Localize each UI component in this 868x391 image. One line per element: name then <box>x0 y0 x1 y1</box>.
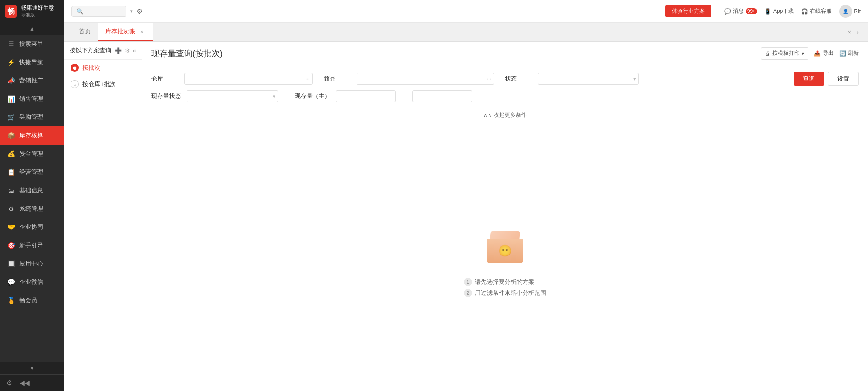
export-label: 导出 <box>823 49 834 57</box>
sidebar-item-member-label: 畅会员 <box>19 296 37 304</box>
collapse-panel-btn[interactable]: « <box>133 47 136 54</box>
tab-home[interactable]: 首页 <box>71 23 98 41</box>
tab-bar-close-btn[interactable]: × <box>844 28 855 36</box>
user-area[interactable]: 👤 Rit <box>839 5 861 18</box>
empty-box-wrap: 😶 <box>487 231 523 263</box>
tab-bar: 首页 库存批次账 × × › <box>64 23 868 42</box>
wechat-icon: 💬 <box>6 278 16 286</box>
sidebar-item-sales[interactable]: 📊 销售管理 <box>0 90 64 108</box>
guide-icon: 🎯 <box>6 242 16 249</box>
product-more-btn[interactable]: ··· <box>487 76 491 82</box>
collab-icon: 🤝 <box>6 223 16 231</box>
hint-1-num: 1 <box>464 278 472 286</box>
settings-btn[interactable]: 设置 <box>828 72 859 86</box>
app-download-btn[interactable]: 📱 App下载 <box>764 7 794 15</box>
hint-2-num: 2 <box>464 289 472 297</box>
warehouse-input[interactable] <box>184 73 313 85</box>
sidebar-item-ops-label: 经营管理 <box>19 168 43 176</box>
stock-qty-divider: — <box>401 93 407 100</box>
status-filter-label: 状态 <box>505 75 533 83</box>
sidebar-item-guide[interactable]: 🎯 新手引导 <box>0 236 64 255</box>
sales-icon: 📊 <box>6 95 16 103</box>
stock-qty-label: 现存量（主） <box>295 92 330 100</box>
topbar-gear-icon[interactable]: ⚙ <box>137 7 143 16</box>
stock-status-wrap: ▾ <box>187 90 278 102</box>
sidebar-item-inventory-label: 库存核算 <box>19 131 43 140</box>
collapse-chevron-icon: ∧∧ <box>483 112 492 119</box>
sidebar-item-marketing[interactable]: 📣 营销推广 <box>0 71 64 90</box>
stock-qty-to[interactable] <box>412 90 472 102</box>
trial-btn[interactable]: 体验行业方案 <box>665 5 711 17</box>
sidebar-item-system[interactable]: ⚙ 系统管理 <box>0 200 64 218</box>
filter-row-2: 现存量状态 ▾ 现存量（主） — <box>151 90 859 102</box>
left-panel-header-label: 按以下方案查询 <box>70 46 111 54</box>
username-label: Rit <box>854 8 861 15</box>
scheme-batch-label: 按批次 <box>82 64 100 72</box>
settings-bottom-icon[interactable]: ⚙ <box>6 379 12 386</box>
stock-status-label: 现存量状态 <box>151 92 181 100</box>
query-btn[interactable]: 查询 <box>794 72 824 86</box>
basic-icon: 🗂 <box>6 187 16 194</box>
stock-qty-from[interactable] <box>336 90 396 102</box>
warehouse-filter-wrap: ··· <box>184 73 313 85</box>
sidebar-item-search-label: 搜索菜单 <box>19 40 43 48</box>
main-area: 🔍 ▾ ⚙ 体验行业方案 💬 消息 99+ 📱 App下载 🎧 在线客服 👤 <box>64 0 868 391</box>
tab-bar-extra[interactable]: › <box>855 28 861 36</box>
product-input[interactable] <box>357 73 494 85</box>
tab-inventory-batch[interactable]: 库存批次账 × <box>98 23 153 41</box>
topbar-search-box[interactable]: 🔍 <box>71 6 126 17</box>
print-btn[interactable]: 🖨 按模板打印 ▾ <box>761 47 808 60</box>
empty-hints: 1 请先选择要分析的方案 2 用过滤条件来缩小分析范围 <box>464 278 546 297</box>
tab-inventory-batch-close[interactable]: × <box>138 28 145 35</box>
add-scheme-btn[interactable]: ➕ <box>115 47 122 54</box>
sidebar-item-member[interactable]: 🏅 畅会员 <box>0 291 64 310</box>
sidebar-item-finance[interactable]: 💰 资金管理 <box>0 145 64 163</box>
message-btn[interactable]: 💬 消息 99+ <box>724 7 757 15</box>
scheme-item-batch[interactable]: ⏺ 按批次 <box>64 60 142 76</box>
scheme-warehouse-batch-label: 按仓库+批次 <box>82 80 116 88</box>
sidebar-item-basic[interactable]: 🗂 基础信息 <box>0 181 64 200</box>
hint-1-text: 请先选择要分析的方案 <box>475 278 534 286</box>
sidebar-item-purchase[interactable]: 🛒 采购管理 <box>0 108 64 126</box>
page-title: 现存量查询(按批次) <box>151 48 223 59</box>
tab-inventory-batch-label: 库存批次账 <box>105 27 135 36</box>
topbar-right: 💬 消息 99+ 📱 App下载 🎧 在线客服 👤 Rit <box>724 5 861 18</box>
sidebar-item-basic-label: 基础信息 <box>19 186 43 195</box>
sidebar-item-marketing-label: 营销推广 <box>19 76 43 85</box>
headphone-icon: 🎧 <box>801 8 808 15</box>
sidebar-item-ops[interactable]: 📋 经营管理 <box>0 163 64 181</box>
scheme-settings-btn[interactable]: ⚙ <box>125 47 130 54</box>
box-face-icon: 😶 <box>498 244 512 257</box>
sidebar-item-wechat[interactable]: 💬 企业微信 <box>0 273 64 291</box>
sidebar-item-purchase-label: 采购管理 <box>19 113 43 121</box>
sidebar-item-collab[interactable]: 🤝 企业协同 <box>0 218 64 236</box>
export-btn[interactable]: 📤 导出 <box>814 49 834 57</box>
page-header-actions: 🖨 按模板打印 ▾ 📤 导出 🔄 刷新 <box>761 47 859 60</box>
sidebar-item-apps[interactable]: 🔲 应用中心 <box>0 255 64 273</box>
collapse-btn[interactable]: ∧∧ 收起更多条件 <box>480 109 530 121</box>
scheme-warehouse-batch-icon: ○ <box>71 80 79 88</box>
sidebar-scroll-down[interactable]: ▼ <box>0 362 64 374</box>
inventory-icon: 📦 <box>6 132 16 139</box>
status-select[interactable] <box>538 73 639 85</box>
quick-nav-icon: ⚡ <box>6 59 16 66</box>
sidebar-header: 畅 畅康通好生意 标准版 <box>0 0 64 23</box>
stock-status-select[interactable] <box>187 90 278 102</box>
sidebar-item-inventory[interactable]: 📦 库存核算 <box>0 126 64 145</box>
refresh-btn[interactable]: 🔄 刷新 <box>839 49 859 57</box>
sidebar-scroll-up[interactable]: ▲ <box>0 23 64 35</box>
sidebar-item-search[interactable]: ☰ 搜索菜单 <box>0 35 64 53</box>
sidebar-item-quick-nav[interactable]: ⚡ 快捷导航 <box>0 53 64 71</box>
member-icon: 🏅 <box>6 297 16 304</box>
status-filter-wrap: ▾ <box>538 73 639 85</box>
online-service-btn[interactable]: 🎧 在线客服 <box>801 7 832 15</box>
collapse-sidebar-icon[interactable]: ◀◀ <box>20 379 30 386</box>
warehouse-more-btn[interactable]: ··· <box>305 76 310 82</box>
online-service-label: 在线客服 <box>810 7 832 15</box>
topbar: 🔍 ▾ ⚙ 体验行业方案 💬 消息 99+ 📱 App下载 🎧 在线客服 👤 <box>64 0 868 23</box>
scheme-batch-icon: ⏺ <box>71 64 79 72</box>
left-panel-actions: ➕ ⚙ « <box>115 47 136 54</box>
scheme-item-warehouse-batch[interactable]: ○ 按仓库+批次 <box>64 76 142 92</box>
topbar-dropdown-arrow[interactable]: ▾ <box>130 8 133 14</box>
sidebar-item-collab-label: 企业协同 <box>19 223 43 231</box>
